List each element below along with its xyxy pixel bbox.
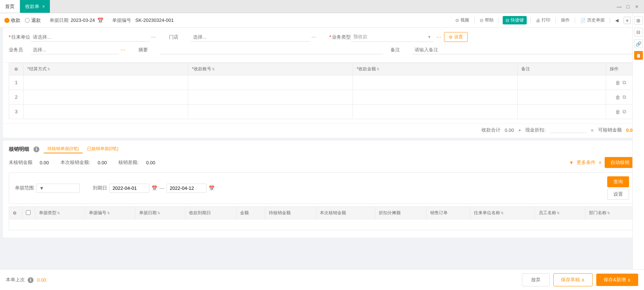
duedate-label: 到期日 (93, 185, 107, 191)
settlement-cell-1[interactable] (24, 75, 188, 90)
prev-btn[interactable]: ◀ (614, 18, 620, 23)
form-settings-button[interactable]: ⚙ 设置 (444, 32, 468, 42)
writeoff-title: 核销明细 (9, 146, 29, 153)
history-icon: 📄 (580, 18, 586, 23)
writeoff-empty-cell (9, 219, 635, 230)
maximize-button[interactable]: □ (625, 4, 631, 9)
number-value: SK-20230324-001 (136, 17, 174, 23)
tab-close-icon[interactable]: × (42, 4, 45, 9)
tab-shoukuan[interactable]: 收款单 × (20, 0, 50, 13)
salesperson-more-icon[interactable]: ··· (121, 47, 125, 53)
remarks-cell-2[interactable] (517, 90, 606, 105)
auto-writeoff-button[interactable]: 自动核销 (605, 157, 635, 168)
delete-row-1-btn[interactable]: 🗑 (615, 80, 620, 86)
business-type-more-icon[interactable]: ··· (436, 34, 441, 40)
bottom-bar: 本单上次 ℹ 0.00 放弃 保存草稿 ∧ 保存&新增 ∧ (0, 269, 644, 290)
tab-home[interactable]: 首页 (0, 0, 20, 13)
right-panel-btn1[interactable]: ⊞ (634, 16, 643, 25)
tab-bar: 首页 收款单 × — □ × (0, 0, 644, 13)
save-draft-button[interactable]: 保存草稿 ∧ (553, 273, 593, 286)
print-btn[interactable]: 🖨 打印 (534, 17, 552, 23)
date-range: 📅 — 📅 (109, 184, 215, 193)
delete-row-3-btn[interactable]: 🗑 (615, 109, 620, 115)
minimize-button[interactable]: — (616, 4, 622, 9)
salesperson-field: 业务员 ··· (9, 46, 131, 54)
store-input[interactable] (191, 33, 310, 42)
cash-discount-input[interactable] (550, 127, 586, 133)
col-current-header: 本次核销金额 (316, 207, 375, 219)
close-button[interactable]: × (634, 4, 640, 9)
copy-row-2-btn[interactable]: ⧉ (623, 94, 626, 100)
store-more-icon[interactable]: ··· (311, 34, 316, 40)
save-new-label: 保存&新增 (604, 277, 626, 283)
bottom-info-icon[interactable]: ℹ (28, 277, 34, 283)
history-btn[interactable]: 📄 历史单据 (579, 17, 606, 23)
form-row-2: 业务员 ··· 摘要 备注 (9, 46, 635, 54)
shortcut-icon: ⊟ (506, 18, 509, 23)
sort-icon: ⇅ (501, 211, 504, 215)
remarks-cell-1[interactable] (517, 75, 606, 90)
table-gear-icon[interactable]: ⚙ (14, 67, 18, 72)
col-due-date-header: 收款到期日 (185, 207, 236, 219)
select-all-checkbox[interactable] (26, 210, 31, 215)
copy-row-1-btn[interactable]: ⧉ (623, 79, 626, 86)
radio-tuikuan[interactable]: 退款 (25, 17, 41, 24)
range-label: 单据范围 (15, 185, 34, 191)
shortcut-btn[interactable]: ⊟ 快捷键 (503, 16, 527, 24)
account-cell-1[interactable] (188, 75, 353, 90)
amount-cell-3[interactable] (353, 105, 517, 119)
calendar-from-icon[interactable]: 📅 (152, 185, 157, 191)
payment-table: ⚙ *结算方式⇅ *收款账号⇅ *收款金额⇅ 备注 操作 (9, 63, 635, 119)
remarks-cell-3[interactable] (517, 105, 606, 119)
total-value1: 0.00 (505, 128, 514, 133)
filter-icon[interactable]: ▼ (569, 160, 574, 165)
copy-row-3-btn[interactable]: ⧉ (623, 109, 626, 115)
calendar-to-icon[interactable]: 📅 (209, 185, 215, 191)
divider3 (530, 17, 531, 23)
operations-btn[interactable]: 操作 (559, 17, 571, 23)
ops-cell-3: 🗑 ⧉ (606, 105, 635, 119)
delete-row-2-btn[interactable]: 🗑 (615, 94, 620, 100)
store-label: 门店 (169, 34, 191, 40)
account-cell-3[interactable] (188, 105, 353, 119)
remarks-input[interactable] (412, 46, 635, 54)
right-panel-btn2[interactable]: ⊟ (634, 28, 643, 36)
account-cell-2[interactable] (188, 90, 353, 105)
video-btn[interactable]: ⊙ 视频 (454, 17, 471, 23)
list-view-icon[interactable]: ≡ (624, 17, 631, 24)
range-select[interactable]: ▼ (36, 184, 80, 193)
amount-cell-1[interactable] (353, 75, 517, 90)
discard-button[interactable]: 放弃 (522, 273, 550, 286)
right-panel-btn4[interactable]: 📋 (634, 51, 643, 60)
counterpart-more-icon[interactable]: ··· (151, 34, 156, 40)
right-panel-btn3[interactable]: 🔗 (634, 39, 643, 48)
counterpart-input[interactable] (31, 33, 150, 42)
date-to-input[interactable] (166, 184, 207, 193)
date-from-input[interactable] (109, 184, 149, 193)
help-btn[interactable]: ⊙ 帮助 (478, 17, 495, 23)
amount-cell-2[interactable] (353, 90, 517, 105)
tab-pending[interactable]: 待核销单据(0笔) (44, 145, 83, 153)
calendar-icon[interactable]: 📅 (97, 17, 103, 23)
col-discount-header: 折扣分摊额 (375, 207, 426, 219)
writeoff-gear-icon[interactable]: ⚙ (13, 211, 17, 216)
row-num-1: 1 (9, 75, 24, 90)
tab-completed[interactable]: 已核销单据(0笔) (83, 145, 122, 153)
total-plus: + (518, 128, 521, 133)
query-button[interactable]: 查询 (607, 176, 629, 187)
filter-settings-button[interactable]: 设置 (607, 189, 629, 200)
business-type-select[interactable]: 预收款 ▼ (351, 32, 433, 42)
radio-shoukuan[interactable]: 收款 (4, 17, 20, 24)
summary-input[interactable] (160, 46, 383, 54)
save-new-button[interactable]: 保存&新增 ∧ (596, 274, 638, 286)
duedate-field: 到期日 📅 — 📅 (93, 184, 215, 193)
stat-label3: 核销差额: (118, 159, 139, 166)
settlement-cell-2[interactable] (24, 90, 188, 105)
salesperson-input[interactable] (31, 46, 119, 54)
window-controls: — □ × (616, 4, 644, 9)
ops-cell-1: 🗑 ⧉ (606, 75, 635, 90)
writeoff-info-icon[interactable]: ℹ (34, 146, 39, 152)
stat-val2: 0.00 (98, 160, 107, 165)
settlement-cell-3[interactable] (24, 105, 188, 119)
more-conditions-label[interactable]: 更多条件 (577, 159, 596, 166)
